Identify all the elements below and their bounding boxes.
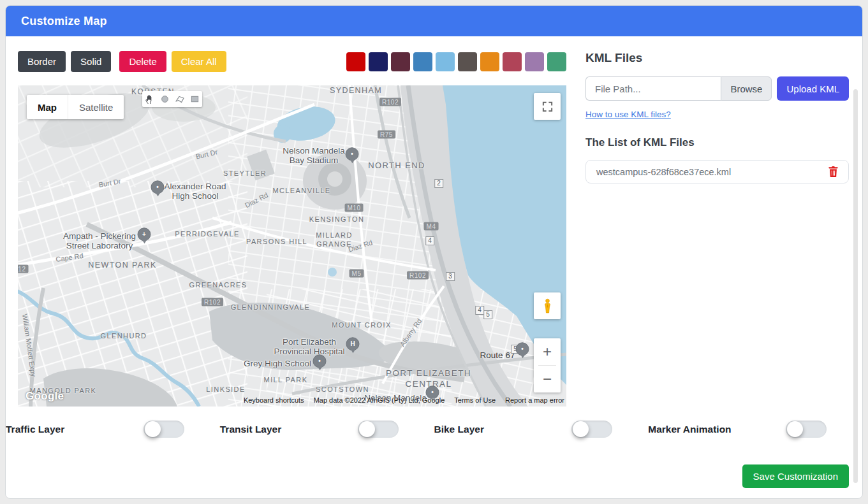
map-type-control: Map Satellite [27,95,124,119]
toggle-knob [573,421,589,437]
layer-col: Marker Animation [648,421,862,438]
transit-layer-toggle[interactable] [358,421,399,438]
customize-map-window: Customize Map BorderSolidDeleteClear All [5,5,863,499]
route-badge: M4 [424,222,439,231]
layer-col: Transit Layer [220,421,434,438]
delete-button[interactable]: Delete [119,51,166,72]
route-badge: M5 [349,270,364,278]
file-path-input[interactable] [585,76,721,101]
color-swatch[interactable] [525,52,544,71]
clear-all-button[interactable]: Clear All [172,51,226,72]
route-badge: R102 [407,271,429,280]
toggle-knob [359,421,375,437]
map-canvas[interactable]: KORSTENSYDENHAMNORTH ENDSTEYTLERMCLEANVI… [18,85,566,407]
map-type-map[interactable]: Map [27,95,68,119]
route-shield: 4 [475,306,484,315]
layer-toggles-row: Traffic LayerTransit LayerBike LayerMark… [6,421,862,438]
kml-file-item: westcampus-628f68ce37ece.kml [585,160,849,184]
layer-label-2: Bike Layer [434,424,484,435]
kml-help-link[interactable]: How to use KML files? [585,110,671,119]
pegman-icon [541,298,554,314]
scrollbar[interactable] [853,89,858,483]
draw-style-toolbar: BorderSolidDeleteClear All [18,51,566,72]
zoom-control: + − [534,338,561,392]
fullscreen-icon [541,101,554,113]
keyboard-shortcuts-link[interactable]: Keyboard shortcuts [244,396,304,404]
layer-col: Traffic Layer [6,421,220,438]
color-swatch[interactable] [413,52,432,71]
color-swatch[interactable] [369,52,388,71]
kml-file-list: westcampus-628f68ce37ece.kml [585,160,849,184]
color-swatch[interactable] [346,52,365,71]
circle-tool[interactable] [159,94,170,104]
map-attribution: Keyboard shortcuts Map data ©2022 AfriGI… [244,396,564,404]
content: BorderSolidDeleteClear All [6,36,862,407]
layer-col: Bike Layer [434,421,649,438]
route-badge: M10 [345,204,364,212]
pegman-button[interactable] [534,292,561,319]
route-badge: M12 [18,265,28,273]
poi-marker[interactable]: • [516,342,529,356]
color-swatch[interactable] [547,52,566,71]
browse-button[interactable]: Browse [721,76,772,101]
rectangle-tool[interactable] [189,94,200,104]
color-swatch[interactable] [436,52,455,71]
bike-layer-toggle[interactable] [571,421,612,438]
map-column: BorderSolidDeleteClear All [18,51,566,407]
upload-kml-button[interactable]: Upload KML [777,76,849,101]
poi-marker[interactable]: • [151,180,165,194]
border-button[interactable]: Border [18,51,66,72]
layer-label-1: Transit Layer [220,424,282,435]
layer-label-3: Marker Animation [648,424,731,435]
kml-list-heading: The List of KML Files [585,136,849,149]
color-swatch[interactable] [458,52,477,71]
toggle-knob [145,421,161,437]
pan-hand-tool[interactable] [144,94,155,104]
report-map-error-link[interactable]: Report a map error [505,396,564,404]
poi-marker[interactable]: + [138,227,151,241]
kml-upload-row: Browse Upload KML [585,76,849,101]
map-type-satellite[interactable]: Satellite [68,95,124,119]
google-logo: Google [26,390,64,403]
poi-marker[interactable]: • [313,354,327,368]
route-shield: 2 [434,179,443,188]
map-tiles [18,85,566,407]
route-badge: R102 [379,98,401,106]
color-swatch[interactable] [503,52,522,71]
polygon-tool[interactable] [174,94,185,104]
save-customization-button[interactable]: Save Customization [742,464,849,488]
route-shield: 4 [425,236,434,245]
color-swatch[interactable] [480,52,499,71]
color-swatch[interactable] [391,52,410,71]
zoom-out-button[interactable]: − [534,366,561,392]
route-badge: R102 [202,298,223,306]
route-badge: R75 [378,131,395,139]
kml-file-name: westcampus-628f68ce37ece.kml [596,167,731,177]
fullscreen-button[interactable] [534,93,561,120]
save-row: Save Customization [6,464,862,488]
drawing-toolbar [142,91,202,107]
delete-kml-button[interactable] [828,166,838,177]
route-shield: 5 [483,310,492,319]
layer-label-0: Traffic Layer [6,424,64,435]
zoom-in-button[interactable]: + [534,338,561,365]
kml-panel: KML Files Browse Upload KML How to use K… [585,51,849,407]
map-data-credit: Map data ©2022 AfriGIS (Pty) Ltd, Google [314,396,445,404]
solid-button[interactable]: Solid [71,51,111,72]
kml-heading: KML Files [585,51,849,65]
traffic-layer-toggle[interactable] [143,421,184,438]
poi-marker[interactable]: H [346,337,360,350]
trash-icon [828,166,838,177]
toggle-knob [787,421,803,437]
marker-animation-toggle[interactable] [786,421,827,438]
route-shield: 3 [446,272,455,281]
tool-buttons: BorderSolidDeleteClear All [18,51,232,72]
header: Customize Map [6,6,862,36]
terms-of-use-link[interactable]: Terms of Use [454,396,496,404]
page-title: Customize Map [21,15,107,28]
color-palette [346,52,566,71]
poi-marker[interactable]: • [346,147,359,161]
